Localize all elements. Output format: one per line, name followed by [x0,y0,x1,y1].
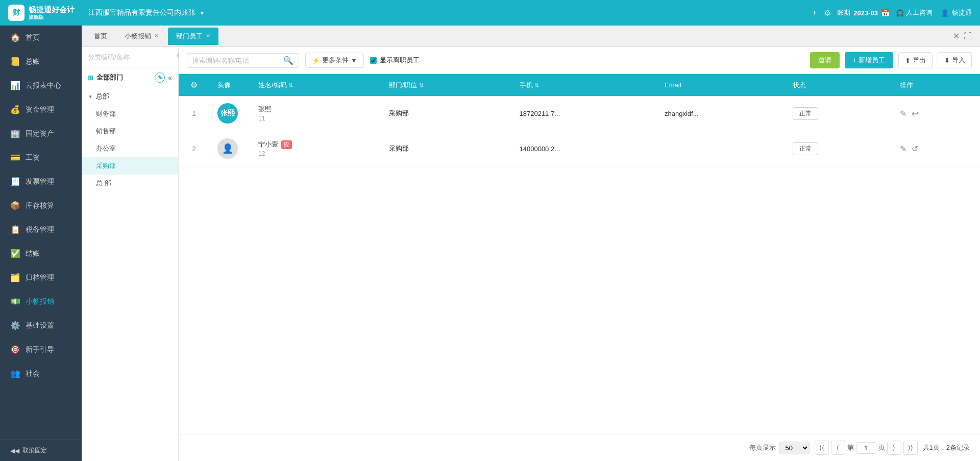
employee-search-box: 🔍 [187,53,299,68]
page-input[interactable] [856,442,876,454]
header-settings-icon[interactable]: ⚙ [824,8,831,18]
sidebar-item-invoice[interactable]: 🧾 发票管理 [0,169,82,193]
refresh-icon[interactable]: ↺ [912,144,918,154]
sidebar-item-tax[interactable]: 📋 税务管理 [0,217,82,241]
row-actions: ✎ ↩ [892,96,981,131]
dept-search-input[interactable] [88,53,174,61]
logo-text: 畅捷通好会计 旗舰版 [29,5,75,20]
row-index: 2 [179,131,209,166]
row-phone: 14000000 2... [511,131,657,166]
logout-icon[interactable]: ↩ [912,109,918,118]
avatar-zhang: 张熙 [217,103,238,124]
dept-item-headquarters[interactable]: 总 部 [82,175,178,192]
status-badge: 正常 [793,142,818,155]
sidebar-label: 小畅报销 [26,297,54,306]
top-header: 财 畅捷通好会计 旗舰版 江西服宝精品有限责任公司内账张 ▼ ＋ ⚙ 账期 20… [0,0,980,26]
sidebar-label: 首页 [26,33,40,42]
sidebar-label: 资金管理 [26,105,54,114]
tab-expense[interactable]: 小畅报销 ✕ [116,28,167,45]
employee-search-input[interactable] [192,57,280,64]
sidebar-label: 新手引导 [26,345,54,354]
dept-item-purchasing[interactable]: 采购部 [82,157,178,175]
assets-icon: 🏢 [10,129,20,138]
dept-item-office[interactable]: 办公室 [82,140,178,157]
last-page-btn[interactable]: ⟩⟩ [903,441,918,455]
grid-icon: ⊞ [88,74,93,82]
employee-table: ⚙ 头像 姓名/编码 ⇅ 部门/职位 ⇅ [179,74,980,166]
row-status: 正常 [785,131,891,166]
invite-btn[interactable]: 邀请 [810,52,840,68]
first-page-btn[interactable]: ⟨⟨ [815,441,829,455]
tab-employees[interactable]: 部门员工 ✕ [168,28,218,45]
payroll-icon: 💳 [10,153,20,162]
show-resigned-checkbox[interactable] [370,57,377,64]
import-btn[interactable]: ⬇ 导入 [938,52,972,68]
tag-should: 应 [281,140,292,149]
sidebar-item-close[interactable]: ✅ 结账 [0,241,82,265]
next-page-btn[interactable]: ⟩ [887,441,901,455]
table-gear-icon[interactable]: ⚙ [190,81,198,89]
sidebar-item-inventory[interactable]: 📦 库存核算 [0,193,82,217]
dept-header: ⊞ 全部部门 ✎ « [82,67,178,88]
edit-icon[interactable]: ✎ [900,144,906,154]
user-area[interactable]: 👤 畅捷通 [941,8,972,17]
col-email: Email [656,74,785,96]
sidebar-item-social[interactable]: 👥 社会 [0,361,82,385]
tab-expense-close-icon[interactable]: ✕ [154,33,159,39]
header-add-btn[interactable]: ＋ [811,8,818,17]
edit-icon[interactable]: ✎ [900,109,906,118]
calendar-icon[interactable]: 📅 [881,9,890,17]
sort-name-icon[interactable]: ⇅ [288,82,293,88]
tab-close-window-icon[interactable]: ✕ [953,31,960,41]
edit-dept-icon[interactable]: ✎ [155,72,165,83]
inner-content: 🔍 ⊞ 全部部门 ✎ « ▼ 总部 [82,47,980,461]
sidebar-item-payroll[interactable]: 💳 工资 [0,145,82,169]
tab-actions: ✕ ⛶ [953,31,976,41]
user-avatar-icon: 👤 [941,9,949,17]
company-dropdown-icon[interactable]: ▼ [200,10,205,16]
pin-icon: ◀◀ [10,447,19,454]
main-layout: 🏠 首页 📒 总账 📊 云报表中心 💰 资金管理 🏢 固定资产 💳 工资 🧾 发… [0,26,980,461]
import-icon: ⬇ [944,57,950,64]
headset-icon: 🎧 [896,9,904,17]
dept-item-sales[interactable]: 销售部 [82,123,178,140]
tab-fullscreen-icon[interactable]: ⛶ [964,32,972,41]
app-sub: 旗舰版 [29,14,75,20]
sort-phone-icon[interactable]: ⇅ [534,82,539,88]
sidebar-item-settings[interactable]: ⚙️ 基础设置 [0,313,82,337]
export-btn[interactable]: ⬆ 导出 [898,52,933,68]
collapse-icon: ▼ [88,94,93,100]
collapse-panel-icon[interactable]: « [168,74,172,82]
consult-btn[interactable]: 🎧 人工咨询 [896,8,933,17]
sidebar-item-expense[interactable]: 💵 小畅报销 [0,289,82,313]
dept-tree: ▼ 总部 财务部 销售部 办公室 采购部 [82,88,178,461]
sidebar-item-general-ledger[interactable]: 📒 总账 [0,50,82,74]
finance-icon: 💰 [10,105,20,114]
sidebar-label: 总账 [26,57,40,66]
sort-dept-icon[interactable]: ⇅ [419,82,424,88]
search-icon[interactable]: 🔍 [283,56,293,65]
filter-btn[interactable]: ⚡ 更多条件 ▼ [305,53,364,68]
row-email [656,131,785,166]
dept-search: 🔍 [82,47,178,67]
social-icon: 👥 [10,369,20,378]
prev-page-btn[interactable]: ⟨ [831,441,845,455]
cancel-fixed-btn[interactable]: ◀◀ 取消固定 [0,440,82,461]
dept-item-finance[interactable]: 财务部 [82,105,178,123]
sidebar-label: 结账 [26,249,40,258]
add-employee-btn[interactable]: + 新增员工 [845,52,893,68]
reports-icon: 📊 [10,81,20,90]
page-nav: ⟨⟨ ⟨ 第 页 ⟩ ⟩⟩ [815,441,918,455]
sidebar-item-reports[interactable]: 📊 云报表中心 [0,74,82,98]
sidebar-item-guide[interactable]: 🎯 新手引导 [0,337,82,361]
dept-item-parent[interactable]: ▼ 总部 [82,88,178,105]
sidebar-item-home[interactable]: 🏠 首页 [0,26,82,50]
toolbar: 🔍 ⚡ 更多条件 ▼ 显示离职员工 邀请 + 新增员工 [179,47,980,74]
sidebar-item-archive[interactable]: 🗂️ 归档管理 [0,265,82,289]
page-size-dropdown[interactable]: 50 100 200 [779,442,810,454]
tab-employees-close-icon[interactable]: ✕ [206,33,210,39]
sidebar-item-finance[interactable]: 💰 资金管理 [0,98,82,122]
sidebar-item-assets[interactable]: 🏢 固定资产 [0,122,82,145]
inventory-icon: 📦 [10,201,20,210]
tab-home[interactable]: 首页 [86,28,115,45]
